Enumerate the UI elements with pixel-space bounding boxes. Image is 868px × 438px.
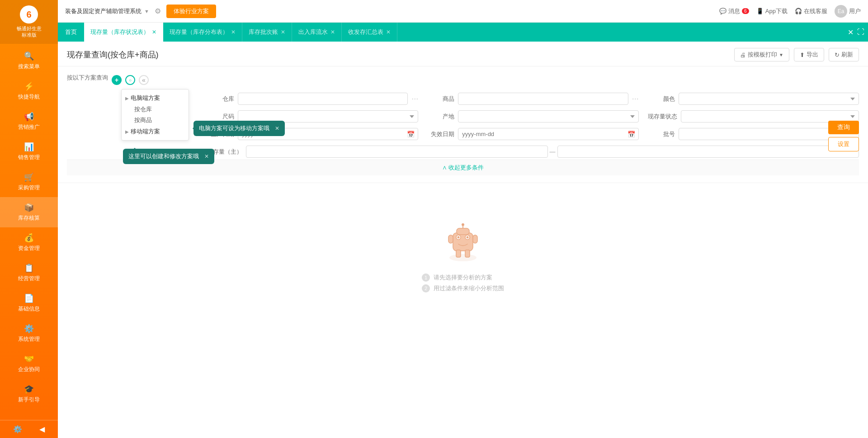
page-header: 现存量查询(按仓库+商品) 🖨 按模板打印 ▼ ⬆ 导出 ↻ 刷新 (58, 42, 868, 66)
collapse-sidebar-btn[interactable]: ◀ (39, 425, 45, 433)
svg-rect-9 (448, 235, 453, 243)
page-container: 现存量查询(按仓库+商品) 🖨 按模板打印 ▼ ⬆ 导出 ↻ 刷新 (58, 42, 868, 438)
tab-close-all-btn[interactable]: ✕ (848, 28, 854, 37)
batch-label: 批号 (648, 130, 675, 138)
quick-nav-icon: ⚡ (24, 81, 34, 91)
query-btn[interactable]: 查询 (828, 121, 859, 134)
scheme-item-pc[interactable]: ▶ 电脑端方案 (122, 92, 189, 104)
filter-back-btn[interactable]: « (139, 75, 149, 85)
user-avatar: Ea (835, 5, 847, 18)
tab-close-inventory-status[interactable]: ✕ (152, 29, 156, 35)
filter-edit-btn[interactable]: ○ (125, 75, 135, 85)
production-date-calendar-icon[interactable]: 📅 (407, 131, 415, 138)
tab-close-batch-account[interactable]: ✕ (281, 29, 285, 35)
expiry-date-calendar-icon[interactable]: 📅 (627, 131, 635, 138)
page-actions: 🖨 按模板打印 ▼ ⬆ 导出 ↻ 刷新 (734, 48, 859, 61)
sidebar-item-guide[interactable]: 🎓 新手引导 (0, 379, 58, 409)
search-icon: 🔍 (24, 51, 34, 61)
export-icon: ⬆ (800, 52, 805, 58)
user-menu[interactable]: Ea 用户 (835, 5, 861, 18)
stock-qty-min-input[interactable] (246, 146, 548, 158)
sidebar-item-basic[interactable]: 📄 基础信息 (0, 288, 58, 318)
product-dots[interactable]: ··· (632, 94, 639, 104)
warehouse-input[interactable] (238, 93, 408, 105)
origin-select[interactable] (458, 110, 638, 122)
settings-bottom-btn[interactable]: ⚙️ (13, 425, 22, 433)
tab-home[interactable]: 首页 (58, 23, 84, 42)
sidebar-item-enterprise[interactable]: 🤝 企业协同 (0, 349, 58, 379)
reset-btn[interactable]: 设置 (828, 137, 859, 151)
sidebar-item-quick-nav[interactable]: ⚡ 快捷导航 (0, 76, 58, 106)
tooltip-create-scheme: 这里可以创建和修改方案哦 ✕ (123, 149, 214, 164)
headset-icon: 🎧 (795, 8, 802, 14)
refresh-btn[interactable]: ↻ 刷新 (829, 48, 859, 61)
header-right: 💬 消息 6 📱 App下载 🎧 在线客服 Ea 用户 (719, 5, 861, 18)
tab-in-out-flow[interactable]: 出入库流水 ✕ (292, 23, 342, 42)
warehouse-select-wrapper (238, 93, 408, 105)
origin-label: 产地 (427, 113, 454, 121)
settings-gear-btn[interactable]: ⚙ (155, 7, 161, 15)
print-dropdown-icon: ▼ (779, 52, 783, 57)
collapse-up-icon: ∧ (442, 164, 447, 171)
empty-hint-2: 2 用过滤条件来缩小分析范围 (422, 284, 504, 292)
sidebar-item-operations[interactable]: 📋 经营管理 (0, 258, 58, 288)
tab-close-in-out-flow[interactable]: ✕ (330, 29, 335, 35)
filter-row-3: 生产日期 📅 失效日期 📅 (207, 128, 859, 140)
tooltip1-close-btn[interactable]: ✕ (275, 125, 279, 132)
system-icon: ⚙️ (24, 324, 34, 334)
scheme-sub-item-2[interactable]: 按商品 (131, 115, 189, 126)
scheme-sub-item-1[interactable]: 按仓库 (131, 104, 189, 115)
expiry-date-input[interactable] (458, 128, 638, 140)
tab-fullscreen-btn[interactable]: ⛶ (857, 28, 864, 36)
tab-batch-account[interactable]: 库存批次账 ✕ (242, 23, 292, 42)
marketing-icon: 📢 (24, 112, 34, 122)
origin-select-wrapper (458, 110, 638, 122)
print-template-btn[interactable]: 🖨 按模板打印 ▼ (734, 48, 789, 61)
color-select[interactable] (679, 93, 859, 105)
filter-label: 按以下方案查询 (67, 74, 108, 82)
warehouse-dots[interactable]: ··· (411, 94, 418, 104)
sidebar-item-inventory[interactable]: 📦 库存核算 (0, 197, 58, 227)
empty-hint-1: 1 请先选择要分析的方案 (422, 273, 504, 282)
sidebar-item-marketing[interactable]: 📢 营销推广 (0, 106, 58, 137)
filter-row-2: 尺码 产地 (207, 110, 859, 122)
sidebar-item-sales[interactable]: 📊 销售管理 (0, 137, 58, 167)
btn-group: 查询 设置 (828, 121, 859, 151)
sidebar-item-finance[interactable]: 💰 资金管理 (0, 227, 58, 258)
sidebar: 6 畅通好生意 标准版 🔍 搜索菜单 ⚡ 快捷导航 📢 营销推广 📊 销售管理 … (0, 0, 58, 438)
sidebar-item-system[interactable]: ⚙️ 系统管理 (0, 318, 58, 349)
size-label: 尺码 (207, 113, 234, 121)
filter-color: 颜色 (648, 93, 859, 105)
experience-btn[interactable]: 体验行业方案 (166, 5, 216, 18)
tab-close-inventory-dist[interactable]: ✕ (231, 29, 236, 35)
phone-icon: 📱 (756, 8, 764, 14)
sidebar-item-search[interactable]: 🔍 搜索菜单 (0, 46, 58, 76)
filter-origin: 产地 (427, 110, 638, 122)
empty-state: 1 请先选择要分析的方案 2 用过滤条件来缩小分析范围 (58, 183, 868, 331)
tab-inventory-status[interactable]: 现存量（库存状况表） ✕ (84, 23, 163, 42)
scheme-sub-pc: 按仓库 按商品 (122, 104, 189, 126)
system-dropdown-icon: ▼ (144, 9, 149, 14)
filter-area: 按以下方案查询 + ○ « ▶ 电脑端方案 按仓库 (58, 66, 868, 183)
purchase-icon: 🛒 (24, 172, 34, 182)
main-area: 装备及固定资产辅助管理系统 ▼ ⚙ 体验行业方案 💬 消息 6 📱 App下载 … (58, 0, 868, 438)
stock-qty-max-input[interactable] (557, 146, 859, 158)
filter-product: 商品 ··· (427, 93, 638, 105)
product-input[interactable] (458, 93, 628, 105)
tab-close-collect-summary[interactable]: ✕ (386, 29, 391, 35)
online-support-btn[interactable]: 🎧 在线客服 (795, 7, 827, 15)
basic-icon: 📄 (24, 293, 34, 303)
query-btn-group: 查询 设置 (828, 121, 859, 151)
scheme-item-mobile[interactable]: ▶ 移动端方案 (122, 126, 189, 137)
message-btn[interactable]: 💬 消息 6 (719, 7, 749, 15)
scheme-toggle-pc: ▶ (125, 96, 129, 101)
export-btn[interactable]: ⬆ 导出 (794, 48, 824, 61)
tab-collect-summary[interactable]: 收发存汇总表 ✕ (342, 23, 397, 42)
tooltip2-close-btn[interactable]: ✕ (204, 153, 209, 160)
tab-inventory-dist[interactable]: 现存量（库存分布表） ✕ (163, 23, 242, 42)
app-download-btn[interactable]: 📱 App下载 (756, 7, 788, 15)
stock-qty-dash: — (550, 148, 556, 155)
sidebar-item-purchase[interactable]: 🛒 采购管理 (0, 167, 58, 197)
message-icon: 💬 (719, 8, 726, 14)
filter-add-btn[interactable]: + (112, 75, 122, 85)
